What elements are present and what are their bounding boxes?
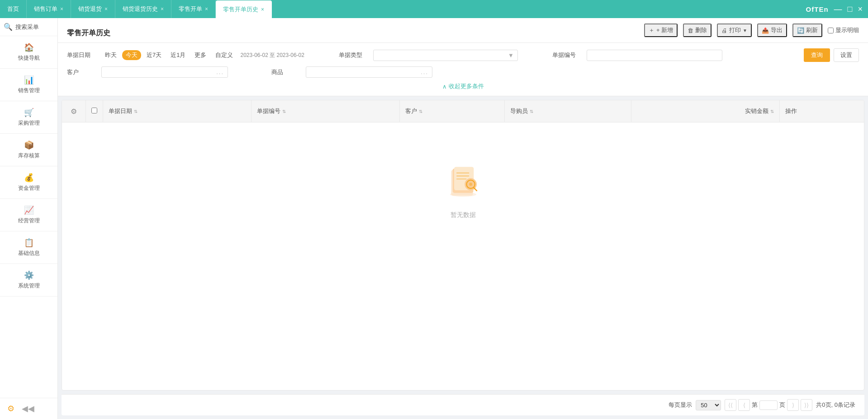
table-container: ⚙ 单据日期 ⇅ 单据编号 bbox=[62, 100, 864, 391]
sidebar-item-operations[interactable]: 📈 经营管理 bbox=[0, 199, 57, 231]
select-all-checkbox[interactable] bbox=[91, 108, 97, 113]
date-range-display: 2023-06-02 至 2023-06-02 bbox=[240, 52, 304, 59]
info-icon: 📋 bbox=[24, 238, 34, 248]
th-action-label: 操作 bbox=[785, 108, 797, 114]
pagination-bar: 每页显示 10 20 50 100 ⟨⟨ ⟨ 第 1 页 ⟩ ⟩⟩ 共0页, 0… bbox=[62, 394, 864, 415]
page-input[interactable]: 1 bbox=[759, 400, 778, 410]
date-filter-label: 单据日期 bbox=[67, 51, 94, 59]
delete-button[interactable]: 🗑 删除 bbox=[683, 24, 711, 37]
sidebar-item-purchase-mgmt[interactable]: 🛒 采购管理 bbox=[0, 101, 57, 134]
filter-row-2: 客户 ... 商品 ... bbox=[67, 66, 859, 78]
sidebar-collapse-btn[interactable]: ◀◀ bbox=[22, 404, 34, 414]
tab-retail-history-close[interactable]: × bbox=[261, 6, 264, 13]
tab-sales-return-history-label: 销货退货历史 bbox=[123, 5, 158, 13]
th-number-label: 单据编号 bbox=[257, 107, 280, 115]
tab-retail-order[interactable]: 零售开单 × bbox=[171, 0, 216, 18]
tab-sales-return-label: 销货退货 bbox=[78, 5, 102, 13]
sidebar-item-purchase-mgmt-label: 采购管理 bbox=[18, 119, 40, 127]
page-first-button[interactable]: ⟨⟨ bbox=[725, 399, 736, 411]
tab-sales-return[interactable]: 销货退货 × bbox=[71, 0, 115, 18]
th-settings: ⚙ bbox=[62, 100, 86, 122]
sidebar-item-quick-nav[interactable]: 🏠 快捷导航 bbox=[0, 36, 57, 69]
date-opt-more[interactable]: 更多 bbox=[191, 50, 210, 60]
main-layout: 🔍 搜索采单 🏠 快捷导航 📊 销售管理 🛒 采购管理 📦 库存核算 💰 资金管… bbox=[0, 18, 868, 419]
goods-filter-select[interactable]: ... bbox=[306, 66, 432, 78]
sidebar-search[interactable]: 🔍 搜索采单 bbox=[0, 18, 57, 36]
date-opt-custom[interactable]: 自定义 bbox=[212, 50, 237, 60]
settings-bottom-icon[interactable]: ⚙ bbox=[7, 404, 14, 414]
page-prev-button[interactable]: ⟨ bbox=[738, 399, 750, 411]
date-opt-7days[interactable]: 近7天 bbox=[143, 50, 165, 60]
sidebar-item-basic-info-label: 基础信息 bbox=[18, 250, 40, 257]
tab-retail-order-close[interactable]: × bbox=[205, 6, 208, 12]
th-customer[interactable]: 客户 ⇅ bbox=[400, 100, 505, 122]
search-icon: 🔍 bbox=[4, 23, 13, 31]
page-header: 零售开单历史 ＋ + 新增 🗑 删除 🖨 打印 ▼ 📤 导出 bbox=[58, 18, 868, 43]
topbar-minimize[interactable]: — bbox=[834, 5, 842, 14]
query-button[interactable]: 查询 bbox=[804, 48, 830, 62]
tab-retail-history[interactable]: 零售开单历史 × bbox=[216, 0, 272, 19]
tab-sales-order-close[interactable]: × bbox=[60, 6, 63, 12]
type-filter-select[interactable]: ▼ bbox=[373, 50, 518, 61]
tab-sales-return-history[interactable]: 销货退货历史 × bbox=[115, 0, 171, 18]
sort-customer-icon: ⇅ bbox=[419, 109, 422, 114]
sidebar-item-inventory[interactable]: 📦 库存核算 bbox=[0, 134, 57, 166]
per-page-select[interactable]: 10 20 50 100 bbox=[696, 400, 721, 410]
box-icon: 📦 bbox=[24, 140, 34, 150]
collapse-button[interactable]: ∧ 收起更多条件 bbox=[442, 82, 484, 90]
th-salesman[interactable]: 导购员 ⇅ bbox=[505, 100, 631, 122]
tab-home-label: 首页 bbox=[7, 5, 19, 13]
content-area: 零售开单历史 ＋ + 新增 🗑 删除 🖨 打印 ▼ 📤 导出 bbox=[58, 18, 868, 419]
col-settings-icon[interactable]: ⚙ bbox=[67, 105, 80, 118]
topbar-maximize[interactable]: □ bbox=[848, 5, 853, 14]
th-action: 操作 bbox=[780, 100, 864, 122]
type-filter-label: 单据类型 bbox=[339, 51, 366, 59]
refresh-icon: 🔄 bbox=[797, 27, 804, 34]
date-opt-yesterday[interactable]: 昨天 bbox=[101, 50, 120, 60]
page-last-button[interactable]: ⟩⟩ bbox=[801, 399, 812, 411]
print-label: 打印 bbox=[729, 26, 741, 34]
sort-number-icon: ⇅ bbox=[282, 109, 286, 114]
goods-filter-label: 商品 bbox=[271, 68, 299, 76]
cart-icon: 🛒 bbox=[24, 108, 34, 118]
export-button[interactable]: 📤 导出 bbox=[757, 24, 787, 37]
th-number[interactable]: 单据编号 ⇅ bbox=[251, 100, 400, 122]
sidebar-item-finance[interactable]: 💰 资金管理 bbox=[0, 166, 57, 199]
empty-text: 暂无数据 bbox=[451, 211, 476, 219]
sidebar-item-sales-mgmt[interactable]: 📊 销售管理 bbox=[0, 69, 57, 101]
customer-dots: ... bbox=[216, 69, 224, 75]
settings-button[interactable]: 设置 bbox=[834, 48, 859, 62]
tab-home[interactable]: 首页 bbox=[0, 0, 27, 18]
page-next-button[interactable]: ⟩ bbox=[787, 399, 799, 411]
sidebar-item-quick-nav-label: 快捷导航 bbox=[18, 54, 40, 62]
print-button[interactable]: 🖨 打印 ▼ bbox=[717, 24, 752, 37]
display-cols-input[interactable] bbox=[828, 28, 834, 33]
tab-sales-return-close[interactable]: × bbox=[104, 6, 108, 12]
tab-retail-order-label: 零售开单 bbox=[179, 5, 202, 13]
money-icon: 💰 bbox=[24, 173, 34, 183]
th-checkbox[interactable] bbox=[86, 100, 103, 122]
customer-filter-select[interactable]: ... bbox=[101, 66, 228, 78]
sidebar-item-sys-mgmt[interactable]: ⚙️ 系统管理 bbox=[0, 264, 57, 297]
th-amount[interactable]: 实销金额 ⇅ bbox=[631, 100, 780, 122]
filter-area: 单据日期 昨天 今天 近7天 近1月 更多 自定义 2023-06-02 至 2… bbox=[58, 43, 868, 96]
sidebar-item-basic-info[interactable]: 📋 基础信息 bbox=[0, 231, 57, 264]
empty-cell: 暂无数据 bbox=[62, 122, 864, 256]
date-opt-1month[interactable]: 近1月 bbox=[167, 50, 189, 60]
number-filter-input[interactable] bbox=[587, 50, 722, 61]
refresh-button[interactable]: 🔄 刷新 bbox=[792, 24, 822, 37]
sidebar-item-sys-mgmt-label: 系统管理 bbox=[18, 282, 40, 290]
brand-text: OfTEn bbox=[806, 5, 829, 13]
add-button[interactable]: ＋ + 新增 bbox=[644, 24, 678, 37]
gear-icon: ⚙️ bbox=[24, 270, 34, 280]
operations-icon: 📈 bbox=[24, 205, 34, 215]
th-date[interactable]: 单据日期 ⇅ bbox=[103, 100, 251, 122]
top-tabbar: 首页 销售订单 × 销货退货 × 销货退货历史 × 零售开单 × 零售开单历史 … bbox=[0, 0, 868, 18]
tab-sales-return-history-close[interactable]: × bbox=[161, 6, 164, 12]
date-opt-today[interactable]: 今天 bbox=[122, 50, 141, 60]
tab-sales-order-label: 销售订单 bbox=[34, 5, 57, 13]
display-cols-checkbox[interactable]: 显示明细 bbox=[828, 26, 859, 34]
topbar-close-app[interactable]: × bbox=[858, 5, 863, 14]
tab-sales-order[interactable]: 销售订单 × bbox=[27, 0, 71, 18]
sidebar-item-sales-mgmt-label: 销售管理 bbox=[18, 87, 40, 94]
